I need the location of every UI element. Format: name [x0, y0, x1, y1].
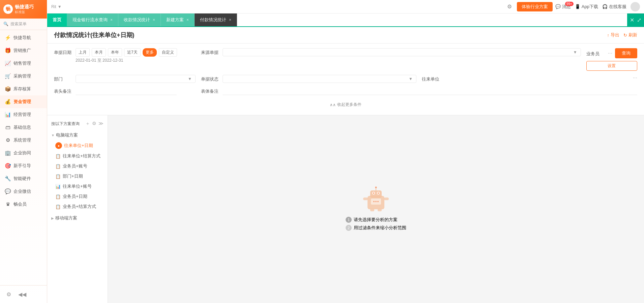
sidebar-settings-button[interactable]: ⚙ — [3, 289, 14, 300]
scheme-item-counterpart-settlement[interactable]: 📋 往来单位+结算方式 — [47, 151, 108, 161]
svg-point-5 — [378, 192, 379, 194]
sidebar-item-enterprise[interactable]: 🏢 企业协同 — [0, 147, 47, 159]
topbar: Rit ▼ ⚙ 体验行业方案 💬 消息 99+ 📱 App下载 🎧 在线客服 — [47, 0, 644, 13]
filter-header-remark-col: 表头备注 — [54, 87, 196, 95]
scheme-item-salesperson-account[interactable]: 📋 业务员+账号 — [47, 161, 108, 171]
left-panel: 按以下方案查询 ＋ ⚙ ≫ ▼ 电脑端方案 ● 往来单位+日期 — [47, 115, 108, 303]
sidebar-item-enterprise-label: 企业协同 — [13, 150, 31, 156]
sidebar-search[interactable]: 🔍 搜索菜单 — [0, 19, 47, 30]
page-header-actions: ↑ 导出 ↻ 刷新 — [607, 32, 638, 38]
breadcrumb-arrow: ▼ — [58, 4, 62, 9]
empty-state-icon — [359, 186, 393, 213]
header-remark-input[interactable] — [76, 87, 177, 95]
guide-icon: 🎯 — [5, 163, 11, 169]
tab-payment-stats[interactable]: 付款情况统计 × — [195, 13, 237, 26]
tab-new-plan-close[interactable]: × — [186, 18, 189, 22]
svg-rect-10 — [363, 198, 368, 200]
tab-home[interactable]: 首页 — [47, 13, 67, 26]
user-avatar[interactable] — [631, 2, 640, 11]
app-download-button[interactable]: 📱 App下载 — [575, 4, 598, 10]
refresh-button[interactable]: ↻ 刷新 — [623, 32, 637, 38]
experience-button[interactable]: 体验行业方案 — [517, 2, 553, 11]
filter-body-remark-col: 表体备注 — [201, 87, 637, 95]
export-button[interactable]: ↑ 导出 — [607, 32, 620, 38]
operations-icon: 📊 — [5, 112, 11, 118]
scheme-item-salesperson-settlement[interactable]: 📋 业务员+结算方式 — [47, 202, 108, 212]
status-select[interactable]: ▼ — [223, 75, 416, 83]
sidebar-collapse-button[interactable]: ◀◀ — [17, 289, 28, 300]
scheme-settings-button[interactable]: ⚙ — [92, 121, 96, 127]
source-select-arrow: ▼ — [573, 50, 577, 55]
tab-receipt-stats-close[interactable]: × — [153, 18, 155, 22]
svg-point-7 — [375, 186, 377, 188]
salesperson-more[interactable]: ··· — [608, 50, 612, 56]
search-icon: 🔍 — [3, 22, 8, 26]
svg-point-15 — [377, 201, 379, 202]
collapse-button[interactable]: ∧∧ 收起更多条件 — [327, 99, 364, 110]
tab-payment-stats-label: 付款情况统计 — [200, 17, 226, 23]
filter-source-col: 来源单据 ▼ — [201, 48, 581, 56]
scheme-collapse-button[interactable]: ≫ — [98, 121, 104, 127]
scheme-item-counterpart-date-label: 往来单位+日期 — [64, 143, 93, 149]
counterpart-more[interactable]: ··· — [633, 75, 637, 81]
page: 付款情况统计(往来单位+日期) ↑ 导出 ↻ 刷新 单据日期 — [47, 27, 644, 303]
sidebar-item-marketing[interactable]: 🎁 营销推广 — [0, 44, 47, 57]
notice-button[interactable]: 💬 消息 99+ — [555, 4, 571, 10]
scheme-item-counterpart-settlement-label: 往来单位+结算方式 — [63, 153, 100, 159]
sidebar-item-sales[interactable]: 📈 销售管理 — [0, 57, 47, 70]
sidebar-item-operations[interactable]: 📊 经营管理 — [0, 108, 47, 121]
sidebar-item-member[interactable]: ♛ 畅会员 — [0, 198, 47, 211]
tabbar-actions: ✕ ⤢ — [627, 13, 644, 26]
settings-button[interactable]: 设置 — [586, 61, 637, 71]
online-service-button[interactable]: 🎧 在线客服 — [602, 4, 626, 10]
date-btn-7days[interactable]: 近7天 — [124, 48, 141, 57]
sidebar-item-basic[interactable]: 🗃 基础信息 — [0, 121, 47, 134]
sidebar-item-fund[interactable]: 💰 资金管理 — [0, 95, 47, 108]
tab-cash-flow-close[interactable]: × — [110, 18, 113, 22]
tab-payment-stats-close[interactable]: × — [229, 18, 231, 22]
sidebar-item-hardware[interactable]: 🔧 智能硬件 — [0, 172, 47, 185]
source-select[interactable]: ▼ — [223, 48, 581, 56]
breadcrumb: Rit ▼ — [51, 4, 502, 9]
svg-point-13 — [373, 201, 375, 202]
scheme-item-counterpart-date[interactable]: ● 往来单位+日期 — [47, 140, 108, 151]
body-remark-input[interactable] — [223, 87, 637, 95]
date-btn-this-year[interactable]: 本年 — [108, 48, 122, 57]
sidebar-title: 畅捷通巧 — [15, 4, 34, 10]
content-area: 按以下方案查询 ＋ ⚙ ≫ ▼ 电脑端方案 ● 往来单位+日期 — [47, 115, 644, 303]
logo-icon: 畅 — [3, 4, 13, 14]
tab-new-plan[interactable]: 新建方案 × — [161, 13, 195, 26]
sidebar-item-purchase[interactable]: 🛒 采购管理 — [0, 70, 47, 83]
dept-select[interactable]: ▼ — [76, 75, 196, 83]
desktop-scheme-group: ▼ 电脑端方案 ● 往来单位+日期 📋 往来单位+结算方式 📋 业务员+账号 — [47, 129, 108, 212]
sidebar-item-fund-label: 资金管理 — [13, 99, 31, 105]
tip-number-1: 1 — [346, 217, 352, 223]
tab-receipt-stats[interactable]: 收款情况统计 × — [118, 13, 161, 26]
date-btn-custom[interactable]: 自定义 — [159, 48, 177, 57]
sidebar-item-system[interactable]: ⚙ 系统管理 — [0, 134, 47, 147]
add-scheme-button[interactable]: ＋ — [85, 121, 90, 127]
date-btn-last-month[interactable]: 上月 — [76, 48, 90, 57]
tab-cash-flow[interactable]: 现金银行流水查询 × — [67, 13, 118, 26]
scheme-item-counterpart-account[interactable]: 📊 往来单位+账号 — [47, 181, 108, 191]
mobile-group-header[interactable]: ▶ 移动端方案 — [47, 213, 108, 223]
topbar-settings-button[interactable]: ⚙ — [505, 2, 514, 11]
scheme-item-salesperson-date[interactable]: 📋 业务员+日期 — [47, 191, 108, 202]
main-panel: 1 请先选择要分析的方案 2 用过滤条件来缩小分析范围 — [108, 115, 644, 303]
date-btn-this-month[interactable]: 本月 — [92, 48, 106, 57]
tab-close-all-button[interactable]: ✕ — [630, 17, 634, 23]
sidebar-item-quick-nav[interactable]: ⚡ 快捷导航 — [0, 31, 47, 44]
inventory-icon: 📦 — [5, 86, 11, 92]
mobile-group-arrow: ▶ — [51, 216, 54, 220]
sidebar-item-guide[interactable]: 🎯 新手引导 — [0, 159, 47, 172]
desktop-group-header[interactable]: ▼ 电脑端方案 — [47, 130, 108, 140]
fund-icon: 💰 — [5, 99, 11, 105]
system-icon: ⚙ — [5, 137, 11, 143]
date-btn-more[interactable]: 更多 — [143, 48, 157, 57]
sidebar-item-wechat[interactable]: 💬 企业微信 — [0, 185, 47, 198]
sidebar-item-inventory[interactable]: 📦 库存核算 — [0, 83, 47, 95]
scheme-item-dept-date[interactable]: 📋 部门+日期 — [47, 171, 108, 181]
query-button[interactable]: 查询 — [615, 48, 637, 58]
tab-expand-button[interactable]: ⤢ — [637, 17, 641, 23]
filter-row-3: 表头备注 表体备注 — [54, 87, 637, 95]
